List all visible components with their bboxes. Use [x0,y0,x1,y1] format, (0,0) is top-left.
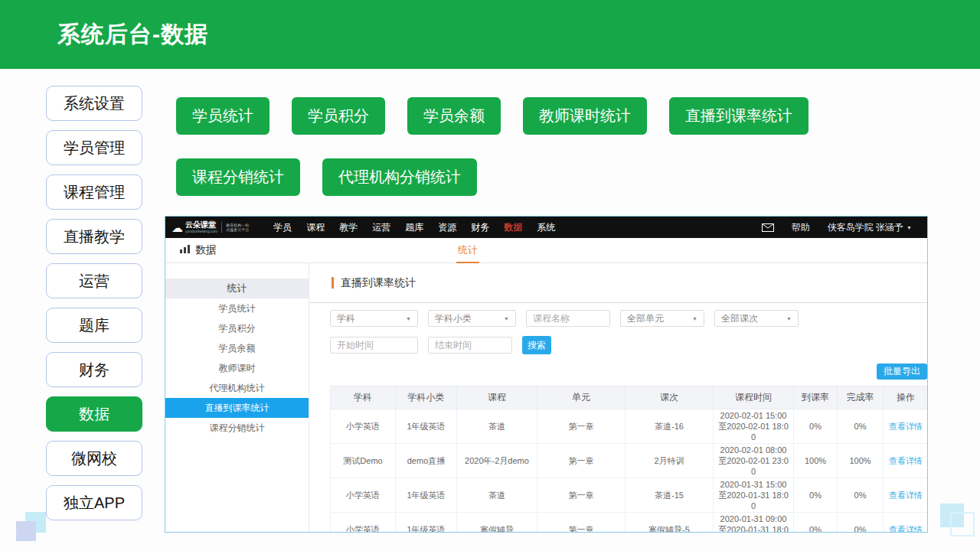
quick-link-student-points[interactable]: 学员积分 [292,97,385,135]
topnav-item-students[interactable]: 学员 [273,221,292,234]
quick-link-live-attendance[interactable]: 直播到课率统计 [669,97,808,135]
admin-topnav-menu: 学员 课程 教学 运营 题库 资源 财务 数据 系统 [273,221,555,234]
admin-topnav: ☁ 云朵课堂 yunduoketang.com 教育机构一站 式服务云平台 学员… [165,217,927,238]
sidebar-item-system-settings[interactable]: 系统设置 [46,86,142,121]
quick-link-student-stats[interactable]: 学员统计 [176,97,270,135]
decorative-square [950,512,975,536]
side-menu-agency-stats[interactable]: 代理机构统计 [165,378,309,398]
chevron-down-icon: ▼ [786,316,792,321]
end-time-input[interactable] [428,337,512,354]
chevron-down-icon: ▼ [504,316,509,321]
unit-select[interactable]: 全部单元 ▼ [620,310,704,327]
col-subject-sub: 学科小类 [396,386,457,409]
quick-link-course-distribution[interactable]: 课程分销统计 [176,158,300,196]
admin-topnav-right: 帮助 侠客岛学院 张涵予 ▼ [762,221,912,234]
side-menu-teacher-hours[interactable]: 教师课时 [165,358,309,378]
cloud-icon: ☁ [172,222,183,233]
filter-row-1: 学科 ▼ 学科小类 ▼ 全部单元 ▼ 全部课次 ▼ [330,310,912,327]
sidebar: 系统设置 学员管理 课程管理 直播教学 运营 题库 财务 数据 微网校 独立AP… [46,86,142,520]
chart-icon [179,243,191,257]
sidebar-item-operations[interactable]: 运营 [46,263,142,298]
col-actions: 操作 [884,386,929,409]
content-title: 直播到课率统计 [341,276,416,290]
topnav-item-resources[interactable]: 资源 [438,221,456,234]
quick-links-row-1: 学员统计 学员积分 学员余额 教师课时统计 直播到课率统计 [176,97,808,135]
filters: 学科 ▼ 学科小类 ▼ 全部单元 ▼ 全部课次 ▼ [309,303,927,354]
course-name-input[interactable] [526,310,610,327]
side-menu-student-stats[interactable]: 学员统计 [165,298,309,318]
lesson-select[interactable]: 全部课次 ▼ [714,310,799,327]
chevron-down-icon: ▼ [906,225,912,230]
admin-side-menu: 统计 学员统计 学员积分 学员余额 教师课时 代理机构统计 直播到课率统计 课程… [165,263,309,532]
brand-logo[interactable]: ☁ 云朵课堂 yunduoketang.com 教育机构一站 式服务云平台 [172,221,249,233]
title-accent-bar [332,277,334,289]
page-title: 系统后台-数据 [57,19,208,51]
quick-link-agency-distribution[interactable]: 代理机构分销统计 [322,158,477,196]
side-menu-course-distribution[interactable]: 课程分销统计 [165,418,309,438]
side-menu-student-points[interactable]: 学员积分 [165,318,309,338]
topnav-item-data[interactable]: 数据 [504,221,522,234]
tab-statistics[interactable]: 统计 [456,238,479,263]
brand-tagline: 教育机构一站 式服务云平台 [226,223,249,232]
table-header-row: 学科 学科小类 课程 单元 课次 课程时间 到课率 完成率 操作 [331,386,929,409]
sidebar-item-micro-school[interactable]: 微网校 [46,441,142,476]
sidebar-item-course-mgmt[interactable]: 课程管理 [46,174,142,210]
brand-domain: yunduoketang.com [185,229,217,233]
admin-main: 直播到课率统计 学科 ▼ 学科小类 ▼ 全部单元 ▼ [309,263,927,532]
table-row: 小学英语 1年级英语 茶道 第一章 茶道-15 2020-01-31 15:00… [331,478,929,513]
start-time-input[interactable] [330,337,418,354]
table-row: 小学英语 1年级英语 茶道 第一章 茶道-16 2020-02-01 15:00… [331,409,929,444]
content-title-row: 直播到课率统计 [309,263,927,303]
admin-panel-screenshot: ☁ 云朵课堂 yunduoketang.com 教育机构一站 式服务云平台 学员… [165,216,928,533]
quick-link-student-balance[interactable]: 学员余额 [407,97,501,135]
side-menu-header: 统计 [165,279,309,298]
brand-divider [221,222,222,233]
filter-row-2: 搜索 [330,336,912,354]
admin-body: 统计 学员统计 学员积分 学员余额 教师课时 代理机构统计 直播到课率统计 课程… [165,263,927,532]
table-row: 小学英语 1年级英语 寒假辅导 第一章 寒假辅导-5 2020-01-31 09… [331,513,929,533]
quick-links: 学员统计 学员积分 学员余额 教师课时统计 直播到课率统计 课程分销统计 代理机… [176,97,808,220]
account-menu[interactable]: 侠客岛学院 张涵予 ▼ [828,221,912,234]
topnav-item-question-bank[interactable]: 题库 [405,221,423,234]
sidebar-item-question-bank[interactable]: 题库 [46,308,142,343]
decorative-square [16,521,36,541]
quick-links-row-2: 课程分销统计 代理机构分销统计 [176,158,808,196]
view-details-link[interactable]: 查看详情 [889,456,923,465]
search-button[interactable]: 搜索 [522,336,551,354]
subject-sub-select[interactable]: 学科小类 ▼ [428,310,516,327]
topnav-item-system[interactable]: 系统 [537,221,555,234]
sidebar-item-standalone-app[interactable]: 独立APP [46,485,142,520]
col-time: 课程时间 [714,386,794,409]
chevron-down-icon: ▼ [692,316,697,321]
sidebar-item-data[interactable]: 数据 [46,396,142,432]
topnav-item-courses[interactable]: 课程 [306,221,325,234]
envelope-icon[interactable] [762,223,774,232]
col-completion: 完成率 [838,386,884,409]
account-name: 侠客岛学院 张涵予 [828,221,903,234]
topnav-item-teaching[interactable]: 教学 [339,221,358,234]
subnav-section-label: 数据 [195,243,217,257]
page-header: 系统后台-数据 [0,0,980,69]
help-link[interactable]: 帮助 [792,221,810,234]
quick-link-teacher-hours[interactable]: 教师课时统计 [523,97,647,135]
sidebar-item-live-teaching[interactable]: 直播教学 [46,219,142,254]
col-attendance: 到课率 [794,386,838,409]
chevron-down-icon: ▼ [406,316,411,321]
col-subject: 学科 [331,386,396,409]
view-details-link[interactable]: 查看详情 [889,422,923,431]
brand-name: 云朵课堂 [185,221,217,229]
topnav-item-finance[interactable]: 财务 [471,221,489,234]
col-lesson: 课次 [626,386,714,409]
subject-select[interactable]: 学科 ▼ [330,310,418,327]
side-menu-live-attendance[interactable]: 直播到课率统计 [165,398,309,418]
topnav-item-operations[interactable]: 运营 [372,221,390,234]
table-row: 测试Demo demo直播 2020年-2月demo 第一章 2月特训 2020… [331,444,929,478]
side-menu-student-balance[interactable]: 学员余额 [165,338,309,358]
view-details-link[interactable]: 查看详情 [889,491,923,500]
view-details-link[interactable]: 查看详情 [889,525,923,533]
sidebar-item-student-mgmt[interactable]: 学员管理 [46,130,142,165]
sidebar-item-finance[interactable]: 财务 [46,352,142,387]
batch-export-button[interactable]: 批量导出 [877,364,927,380]
col-unit: 单元 [537,386,626,409]
admin-subnav: 数据 统计 [165,238,927,263]
